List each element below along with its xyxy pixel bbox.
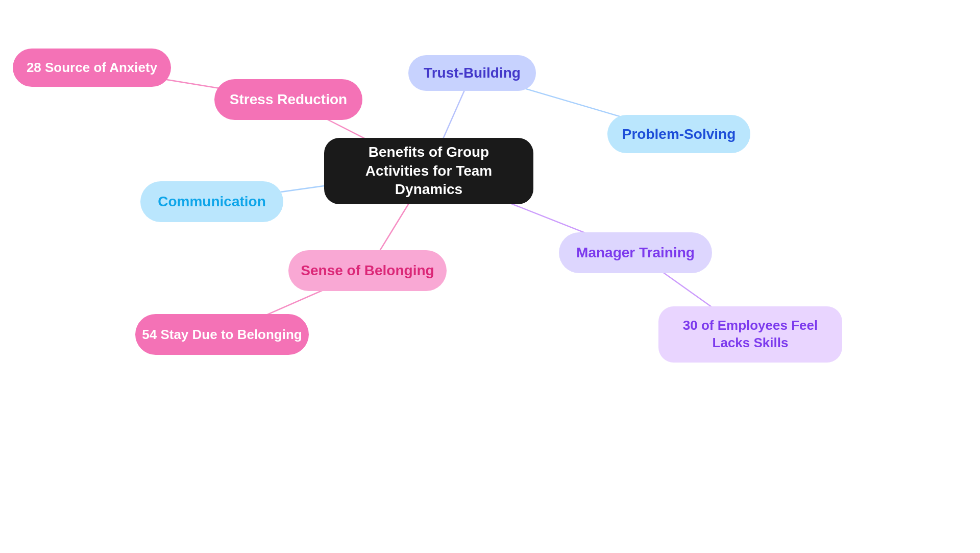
- skills-node: 30 of Employees Feel Lacks Skills: [658, 306, 842, 363]
- manager-node: Manager Training: [559, 232, 712, 273]
- manager-label: Manager Training: [576, 245, 695, 261]
- problem-label: Problem-Solving: [622, 126, 736, 142]
- trust-label: Trust-Building: [424, 65, 521, 81]
- stress-label: Stress Reduction: [230, 91, 347, 108]
- anxiety-label: 28 Source of Anxiety: [27, 60, 157, 76]
- stress-node: Stress Reduction: [214, 79, 362, 120]
- belonging-label: Sense of Belonging: [301, 262, 434, 279]
- communication-label: Communication: [158, 194, 266, 210]
- center-node: Benefits of Group Activities for Team Dy…: [324, 138, 533, 204]
- communication-node: Communication: [140, 181, 283, 222]
- problem-node: Problem-Solving: [607, 115, 750, 153]
- skills-label: 30 of Employees Feel Lacks Skills: [669, 317, 832, 352]
- stay-node: 54 Stay Due to Belonging: [135, 314, 309, 355]
- stay-label: 54 Stay Due to Belonging: [142, 327, 302, 343]
- center-label: Benefits of Group Activities for Team Dy…: [337, 143, 521, 199]
- mind-map-container: Benefits of Group Activities for Team Dy…: [0, 0, 980, 553]
- anxiety-node: 28 Source of Anxiety: [13, 49, 171, 87]
- trust-node: Trust-Building: [408, 55, 536, 91]
- belonging-node: Sense of Belonging: [288, 250, 447, 291]
